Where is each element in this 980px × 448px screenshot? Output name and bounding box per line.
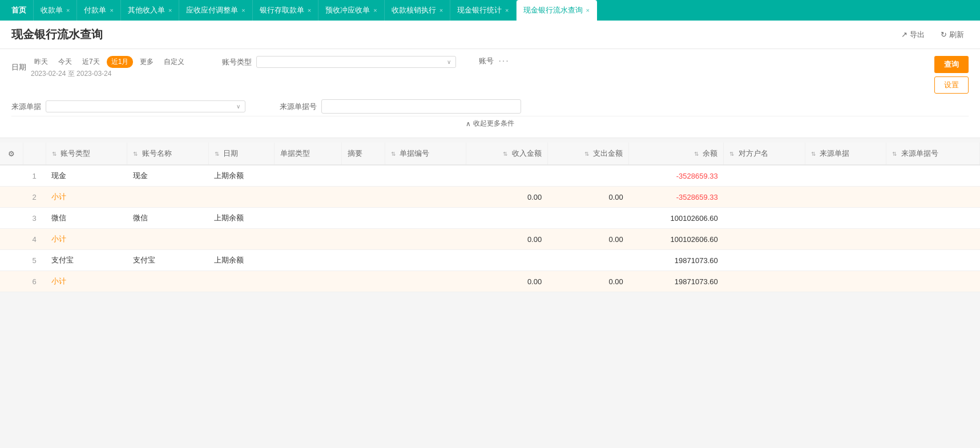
row-income [466, 208, 548, 229]
sort-source-doc-icon: ⇅ [811, 151, 816, 157]
account-more-icon[interactable]: ··· [498, 56, 509, 66]
table-header-row: ⚙ ⇅ 账号类型 ⇅ 账号名称 ⇅ 日期 单据类型 [0, 143, 980, 165]
top-nav: 首页 收款单 × 付款单 × 其他收入单 × 应收应付调整单 × 银行存取款单 … [0, 0, 980, 21]
row-counterpart [724, 250, 805, 271]
settings-button[interactable]: 设置 [934, 76, 969, 94]
th-summary: 摘要 [341, 143, 385, 165]
nav-bank-deposit[interactable]: 银行存取款单 × [253, 0, 318, 21]
row-account-name: 微信 [127, 208, 209, 229]
row-account-name: 现金 [127, 165, 209, 187]
th-date[interactable]: ⇅ 日期 [208, 143, 275, 165]
nav-payment[interactable]: 付款单 × [77, 0, 120, 21]
row-date [208, 187, 275, 208]
row-income: 0.00 [466, 187, 548, 208]
export-button[interactable]: ↗ 导出 [897, 27, 929, 42]
date-range-display: 2023-02-24 至 2023-03-24 [31, 69, 188, 79]
sort-doc-num-icon: ⇅ [391, 151, 396, 157]
row-summary [341, 250, 385, 271]
nav-cash-bank-flow-close[interactable]: × [586, 7, 590, 14]
nav-other-income-label: 其他收入单 [128, 5, 165, 15]
refresh-button[interactable]: ↻ 刷新 [936, 27, 969, 42]
th-expense[interactable]: ⇅ 支出金额 [547, 143, 629, 165]
sort-expense-icon: ⇅ [584, 151, 589, 157]
table-row: 4 小计 0.00 0.00 100102606.60 [0, 229, 980, 250]
account-type-label: 账号类型 [222, 57, 252, 67]
row-seq: 5 [23, 250, 46, 271]
row-seq: 4 [23, 229, 46, 250]
date-btn-1month[interactable]: 近1月 [107, 56, 134, 68]
date-btn-custom[interactable]: 自定义 [160, 56, 188, 68]
date-btn-yesterday[interactable]: 昨天 [31, 56, 51, 68]
collapse-label: 收起更多条件 [473, 119, 514, 128]
nav-receipt[interactable]: 收款单 × [34, 0, 77, 21]
nav-cash-bank-stat[interactable]: 现金银行统计 × [450, 0, 516, 21]
date-btn-today[interactable]: 今天 [55, 56, 75, 68]
nav-payment-close[interactable]: × [110, 7, 113, 14]
nav-home[interactable]: 首页 [5, 0, 34, 21]
row-balance: 100102606.60 [629, 229, 724, 250]
row-date [208, 229, 275, 250]
sort-date-icon: ⇅ [215, 151, 219, 157]
row-summary [341, 165, 385, 187]
row-counterpart [724, 208, 805, 229]
nav-prepay-offset-label: 预收冲应收单 [325, 5, 370, 15]
refresh-label: 刷新 [949, 30, 964, 40]
source-doc-num-input[interactable] [321, 99, 521, 114]
collapse-filters-button[interactable]: ∧ 收起更多条件 [11, 116, 969, 131]
th-income[interactable]: ⇅ 收入金额 [466, 143, 548, 165]
nav-bank-deposit-close[interactable]: × [308, 7, 311, 14]
row-doc-num [385, 250, 466, 271]
row-source-doc [805, 250, 886, 271]
row-balance: -3528659.33 [629, 165, 724, 187]
nav-collection-exec[interactable]: 收款核销执行 × [385, 0, 450, 21]
row-account-name [127, 187, 209, 208]
row-balance: 100102606.60 [629, 208, 724, 229]
row-source-doc-num [886, 208, 980, 229]
date-btn-7days[interactable]: 近7天 [79, 56, 103, 68]
nav-ar-ap-adjust[interactable]: 应收应付调整单 × [179, 0, 252, 21]
th-counterpart[interactable]: ⇅ 对方户名 [724, 143, 805, 165]
source-doc-select[interactable]: ∨ [46, 100, 245, 112]
th-balance[interactable]: ⇅ 余额 [629, 143, 724, 165]
row-account-type: 小计 [46, 271, 127, 292]
query-button[interactable]: 查询 [934, 56, 969, 73]
nav-cash-bank-stat-close[interactable]: × [505, 7, 509, 14]
th-source-doc-num[interactable]: ⇅ 来源单据号 [886, 143, 980, 165]
account-type-filter-group: 账号类型 ∨ [222, 56, 456, 68]
nav-prepay-offset[interactable]: 预收冲应收单 × [318, 0, 384, 21]
account-type-select[interactable]: ∨ [256, 56, 456, 68]
row-source-doc [805, 229, 886, 250]
nav-ar-ap-adjust-close[interactable]: × [241, 7, 245, 14]
table-settings-gear-icon[interactable]: ⚙ [8, 150, 15, 158]
th-doc-num[interactable]: ⇅ 单据编号 [385, 143, 466, 165]
nav-receipt-close[interactable]: × [66, 7, 70, 14]
row-doc-num [385, 271, 466, 292]
nav-prepay-offset-close[interactable]: × [373, 7, 377, 14]
nav-ar-ap-adjust-label: 应收应付调整单 [186, 5, 238, 15]
row-income [466, 250, 548, 271]
row-income: 0.00 [466, 229, 548, 250]
nav-other-income[interactable]: 其他收入单 × [121, 0, 179, 21]
sort-account-type-icon: ⇅ [52, 151, 57, 157]
date-filter-buttons: 昨天 今天 近7天 近1月 更多 自定义 [31, 56, 188, 68]
filter-area: 日期 昨天 今天 近7天 近1月 更多 自定义 2023-02-24 至 202… [0, 49, 980, 138]
row-settings-cell [0, 208, 23, 229]
th-account-type[interactable]: ⇅ 账号类型 [46, 143, 127, 165]
th-source-doc[interactable]: ⇅ 来源单据 [805, 143, 886, 165]
date-label: 日期 [11, 62, 26, 72]
source-doc-chevron-down-icon: ∨ [236, 103, 240, 110]
row-date: 上期余额 [208, 165, 275, 187]
row-source-doc-num [886, 165, 980, 187]
row-account-type: 小计 [46, 187, 127, 208]
nav-cash-bank-flow[interactable]: 现金银行流水查询 × [517, 0, 597, 21]
row-account-type: 小计 [46, 229, 127, 250]
th-account-name[interactable]: ⇅ 账号名称 [127, 143, 209, 165]
nav-collection-exec-close[interactable]: × [439, 7, 443, 14]
row-doc-num [385, 187, 466, 208]
table-settings-col[interactable]: ⚙ [0, 143, 23, 165]
right-button-group: 查询 设置 [934, 56, 969, 94]
nav-other-income-close[interactable]: × [168, 7, 172, 14]
sort-source-doc-num-icon: ⇅ [892, 151, 897, 157]
collapse-arrow-up-icon: ∧ [466, 120, 471, 128]
date-btn-more[interactable]: 更多 [136, 56, 157, 68]
